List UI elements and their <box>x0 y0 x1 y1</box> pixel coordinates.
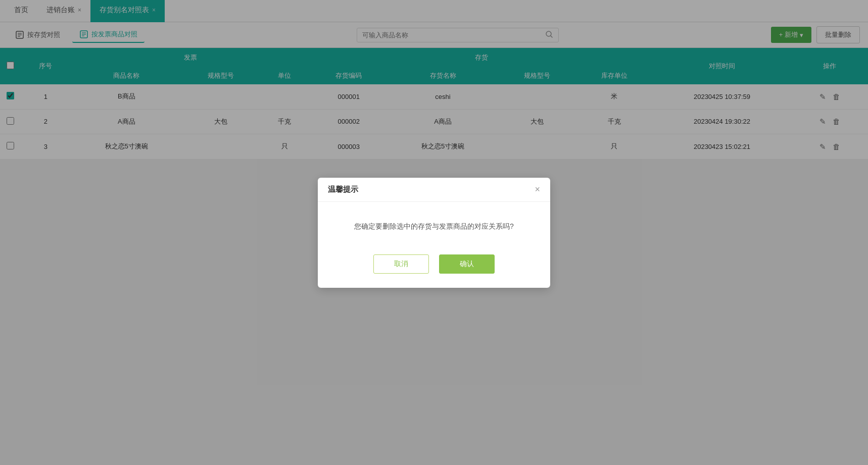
modal-overlay: 温馨提示 × 您确定要删除选中的存货与发票商品的对应关系吗? 取消 确认 <box>0 0 868 160</box>
